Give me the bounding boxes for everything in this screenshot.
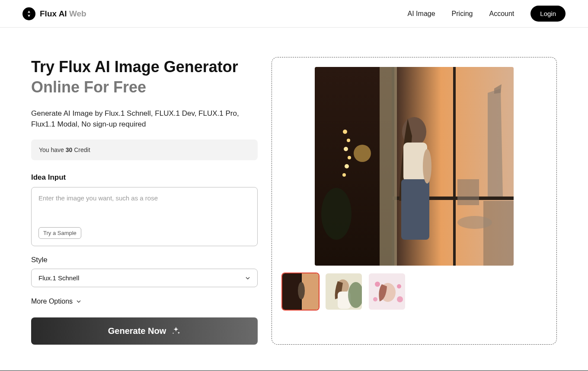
chevron-down-icon bbox=[75, 298, 82, 305]
svg-rect-8 bbox=[483, 201, 514, 266]
try-sample-button[interactable]: Try a Sample bbox=[38, 227, 81, 239]
style-select[interactable]: Flux.1 Schnell bbox=[31, 269, 258, 287]
main-content: Try Flux AI Image Generator Online For F… bbox=[0, 28, 588, 371]
svg-point-17 bbox=[354, 145, 371, 162]
svg-rect-3 bbox=[453, 67, 456, 266]
logo[interactable]: Flux AI Web bbox=[22, 7, 86, 20]
style-selected-value: Flux.1 Schnell bbox=[38, 274, 79, 282]
page-title-line1: Try Flux AI Image Generator bbox=[31, 57, 258, 77]
nav-ai-image[interactable]: AI Image bbox=[408, 10, 435, 18]
nav-account[interactable]: Account bbox=[489, 10, 514, 18]
svg-rect-7 bbox=[457, 179, 479, 205]
svg-point-18 bbox=[321, 188, 352, 240]
style-label: Style bbox=[31, 256, 258, 264]
page-title-line2: Online For Free bbox=[31, 77, 258, 98]
preview-panel bbox=[272, 57, 557, 345]
svg-marker-5 bbox=[488, 89, 503, 197]
prompt-input[interactable] bbox=[38, 194, 250, 213]
svg-point-15 bbox=[345, 164, 349, 168]
main-nav: AI Image Pricing Account Login bbox=[408, 6, 566, 22]
svg-point-35 bbox=[397, 296, 403, 302]
svg-point-14 bbox=[348, 156, 351, 159]
logo-text: Flux AI Web bbox=[40, 9, 86, 19]
nav-pricing[interactable]: Pricing bbox=[452, 10, 473, 18]
svg-point-13 bbox=[344, 147, 348, 151]
svg-point-22 bbox=[423, 149, 431, 184]
svg-point-16 bbox=[342, 173, 346, 177]
svg-point-34 bbox=[397, 284, 401, 289]
svg-rect-21 bbox=[401, 179, 429, 240]
idea-input-label: Idea Input bbox=[31, 173, 258, 182]
prompt-container: Try a Sample bbox=[31, 187, 258, 246]
svg-point-33 bbox=[375, 282, 380, 287]
login-button[interactable]: Login bbox=[530, 6, 566, 22]
thumbnail-row bbox=[281, 273, 547, 311]
sparkle-icon bbox=[171, 326, 181, 336]
svg-point-11 bbox=[343, 130, 347, 134]
logo-icon bbox=[22, 7, 35, 20]
svg-point-12 bbox=[347, 139, 350, 142]
app-header: Flux AI Web AI Image Pricing Account Log… bbox=[0, 0, 588, 28]
more-options-toggle[interactable]: More Options bbox=[31, 298, 258, 305]
preview-image bbox=[315, 67, 514, 266]
generate-button[interactable]: Generate Now bbox=[31, 317, 258, 345]
svg-point-26 bbox=[298, 282, 305, 299]
thumbnail-2[interactable] bbox=[325, 273, 363, 311]
generator-form-panel: Try Flux AI Image Generator Online For F… bbox=[31, 57, 258, 345]
svg-rect-10 bbox=[380, 67, 397, 266]
thumbnail-1[interactable] bbox=[281, 273, 320, 311]
credit-balance: You have 30 Credit bbox=[31, 140, 258, 160]
chevron-down-icon bbox=[244, 275, 250, 281]
svg-point-36 bbox=[373, 297, 377, 301]
thumbnail-3[interactable] bbox=[368, 273, 406, 311]
svg-point-9 bbox=[457, 216, 492, 229]
page-subtitle: Generate AI Image by Flux.1 Schnell, FLU… bbox=[31, 108, 258, 130]
